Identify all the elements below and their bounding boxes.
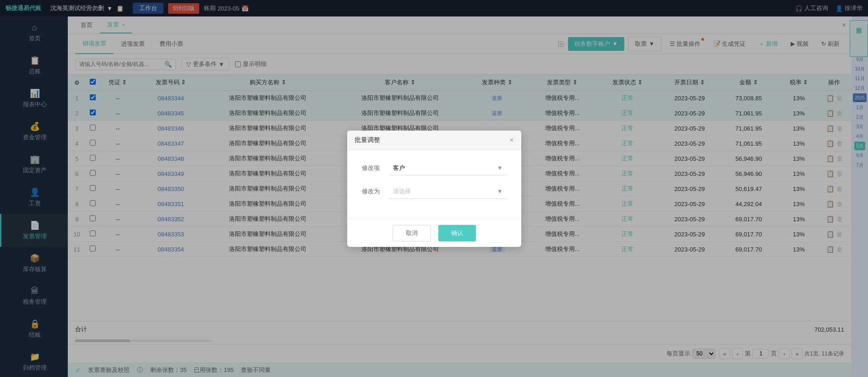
- modal-modify-placeholder: 请选择: [393, 187, 411, 196]
- modal-header: 批量调整 ×: [347, 131, 521, 150]
- modal-footer: 取消 确认: [347, 219, 521, 247]
- modal-modify-row: 修改为 请选择 ▼: [362, 185, 507, 199]
- modal-field-select[interactable]: 客户 ▼: [389, 161, 507, 175]
- modal-field-label: 修改项: [362, 164, 389, 172]
- modal-confirm-button[interactable]: 确认: [438, 225, 476, 241]
- modal-overlay: 批量调整 × 修改项 客户 ▼ 修改为 请选择 ▼ 取消 确认: [0, 0, 868, 377]
- modal-modify-select[interactable]: 请选择 ▼: [389, 185, 507, 199]
- modify-dropdown-icon: ▼: [497, 188, 503, 195]
- modal-modify-label: 修改为: [362, 187, 389, 196]
- modal-title: 批量调整: [355, 136, 380, 144]
- modal-field-value: 客户: [393, 164, 405, 172]
- modal-body: 修改项 客户 ▼ 修改为 请选择 ▼: [347, 150, 521, 219]
- modal-close-button[interactable]: ×: [509, 136, 513, 144]
- modal-field-row: 修改项 客户 ▼: [362, 161, 507, 175]
- field-dropdown-icon: ▼: [497, 164, 503, 171]
- modal-cancel-button[interactable]: 取消: [393, 225, 431, 241]
- batch-adjust-modal: 批量调整 × 修改项 客户 ▼ 修改为 请选择 ▼ 取消 确认: [347, 131, 521, 247]
